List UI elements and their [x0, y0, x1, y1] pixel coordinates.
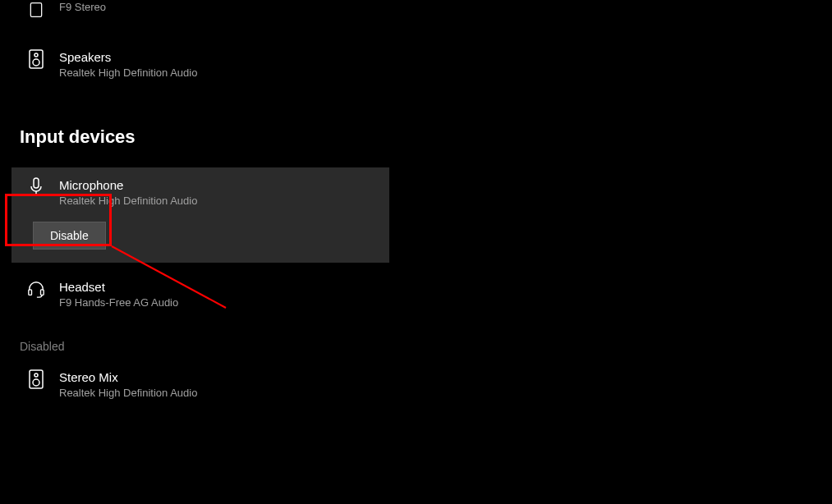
- disabled-device-item[interactable]: Stereo Mix Realtek High Definition Audio: [20, 363, 389, 407]
- svg-point-3: [33, 59, 39, 66]
- device-text: Stereo Mix Realtek High Definition Audio: [59, 369, 197, 401]
- svg-point-2: [34, 53, 38, 57]
- input-devices-header: Input devices: [20, 126, 832, 148]
- microphone-icon: [26, 177, 46, 197]
- speaker-icon: [26, 369, 46, 389]
- device-subtitle: Realtek High Definition Audio: [59, 194, 197, 208]
- device-subtitle: F9 Stereo: [59, 0, 106, 15]
- svg-rect-4: [34, 178, 39, 188]
- svg-rect-0: [30, 3, 41, 17]
- input-device-item[interactable]: Headset F9 Hands-Free AG Audio: [20, 273, 389, 317]
- device-name: Speakers: [59, 49, 197, 66]
- svg-point-11: [33, 379, 39, 386]
- disable-button[interactable]: Disable: [33, 222, 106, 250]
- output-device-item[interactable]: F9 Stereo: [20, 0, 389, 26]
- device-text: Headset F9 Hands-Free AG Audio: [59, 279, 178, 310]
- device-text: F9 Stereo: [59, 0, 106, 15]
- device-name: Headset: [59, 279, 178, 296]
- speaker-icon: [26, 49, 46, 69]
- device-subtitle: Realtek High Definition Audio: [59, 66, 197, 80]
- output-device-item[interactable]: Speakers Realtek High Definition Audio: [20, 43, 389, 87]
- speaker-icon: [26, 0, 46, 20]
- input-device-item-selected[interactable]: Microphone Realtek High Definition Audio…: [11, 167, 389, 263]
- headset-icon: [26, 279, 46, 299]
- device-name: Microphone: [59, 177, 197, 194]
- device-subtitle: F9 Hands-Free AG Audio: [59, 296, 178, 310]
- svg-rect-7: [29, 290, 32, 295]
- device-text: Speakers Realtek High Definition Audio: [59, 49, 197, 80]
- disabled-section-label: Disabled: [20, 340, 832, 353]
- device-text: Microphone Realtek High Definition Audio: [59, 177, 197, 208]
- svg-point-10: [34, 373, 38, 377]
- settings-content: F9 Stereo Speakers Realtek High Definiti…: [0, 0, 832, 407]
- device-subtitle: Realtek High Definition Audio: [59, 386, 197, 401]
- svg-rect-8: [41, 290, 44, 295]
- device-name: Stereo Mix: [59, 369, 197, 386]
